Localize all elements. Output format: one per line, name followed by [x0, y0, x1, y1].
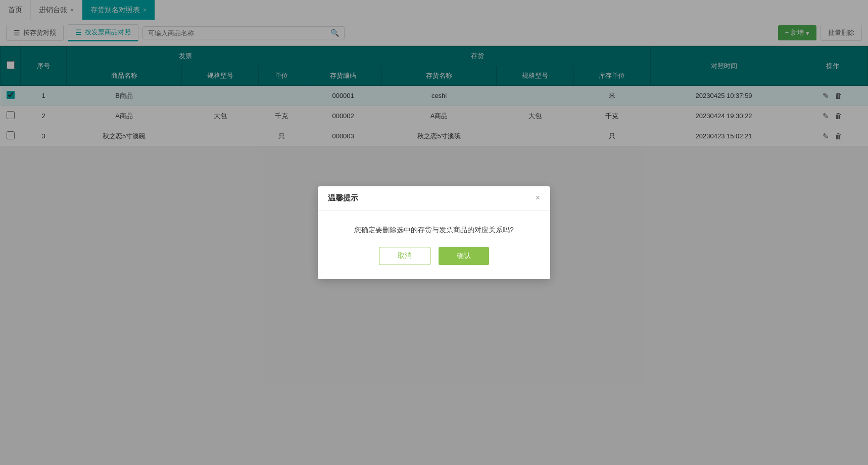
modal-overlay: 温馨提示 × 您确定要删除选中的存货与发票商品的对应关系吗? 取消 确认	[0, 0, 868, 146]
